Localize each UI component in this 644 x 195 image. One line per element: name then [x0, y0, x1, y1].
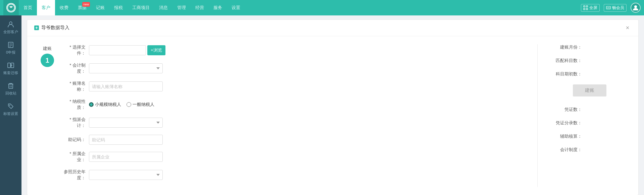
fullscreen-button[interactable]: 全屏	[581, 4, 600, 12]
info-voucher: 凭证数：	[554, 107, 625, 113]
file-label: * 选择文件：	[62, 44, 89, 56]
browse-button[interactable]: +浏览	[147, 45, 165, 55]
section-divider	[537, 44, 538, 187]
nav-item-service[interactable]: 服务	[209, 0, 227, 15]
panel-close-button[interactable]: ×	[624, 24, 632, 32]
accounting2-label: 会计制度：	[554, 147, 585, 153]
user-avatar[interactable]	[631, 3, 641, 13]
nav-item-manage[interactable]: 管理	[172, 0, 191, 15]
info-match: 匹配科目数：	[554, 58, 625, 64]
ledger-input[interactable]	[89, 81, 163, 91]
svg-rect-12	[8, 63, 10, 68]
info-month: 建账月份：	[554, 44, 625, 50]
build-button-container: 建账	[554, 84, 625, 96]
ledger-label: * 账簿名称：	[62, 80, 89, 92]
company-input[interactable]	[89, 152, 163, 162]
panel-header: 导爷数据导入 ×	[27, 20, 638, 36]
info-initial: 科目期初数：	[554, 71, 625, 77]
tax-label: * 纳税性质：	[62, 99, 89, 111]
company-group: * 所属企业：	[62, 151, 531, 163]
nav-item-home[interactable]: 首页	[19, 0, 37, 15]
info-voucher-entries: 凭证分录数：	[554, 120, 625, 126]
panel-body: 建账 1 * 选择文件： +浏览	[27, 36, 638, 195]
tax-radio-general[interactable]	[127, 102, 131, 107]
accounting-select[interactable]	[89, 63, 163, 73]
svg-rect-2	[586, 6, 588, 7]
nav-item-business[interactable]: 工商项目	[128, 0, 154, 15]
sidebar-item-tag[interactable]: 标签设置	[0, 100, 21, 119]
user-icon	[7, 21, 14, 28]
nav-item-customer[interactable]: 客户	[37, 0, 55, 15]
avatar-icon	[633, 5, 639, 11]
info-accounting2: 会计制度：	[554, 147, 625, 153]
vip-icon	[606, 5, 611, 10]
sidebar-item-migrate[interactable]: 账套迁移	[0, 59, 21, 78]
vip-button[interactable]: 畅会员	[604, 4, 627, 12]
tax-option-small[interactable]: 小规模纳税人	[89, 102, 121, 108]
main-layout: 全部客户 0申报 账套迁移	[0, 15, 644, 195]
info-area: 建账月份： 匹配科目数： 科目期初数： 建账	[544, 44, 625, 187]
memo-group: 助记码：	[62, 135, 531, 145]
assign-group: * 指派会计：	[62, 117, 531, 129]
form-area: * 选择文件： +浏览 * 会计制度：	[62, 44, 531, 187]
svg-rect-4	[586, 8, 588, 10]
nav-item-settings[interactable]: 设置	[227, 0, 245, 15]
history-group: 参照历史年度：	[62, 169, 531, 181]
svg-point-7	[9, 22, 12, 24]
info-aux: 辅助核算：	[554, 133, 625, 139]
memo-input[interactable]	[89, 135, 163, 145]
tax-radio-small[interactable]	[89, 102, 94, 107]
svg-point-17	[9, 105, 10, 106]
aux-label: 辅助核算：	[554, 133, 585, 139]
nav-item-tax[interactable]: 报税	[109, 0, 128, 15]
sidebar-item-declare[interactable]: 0申报	[0, 39, 21, 58]
assign-label: * 指派会计：	[62, 117, 89, 129]
step-indicator: 建账 1	[41, 44, 62, 187]
build-button[interactable]: 建账	[573, 84, 606, 96]
nav-menu: 首页 客户 收费 票据 new 记账 报税 工商项目 消息 管理 经营 服务 设…	[19, 0, 581, 15]
app-logo	[3, 0, 19, 15]
main-content: 导爷数据导入 × 建账 1	[21, 15, 644, 195]
nav-item-bookkeeping[interactable]: 记账	[91, 0, 109, 15]
nav-right-area: 全屏 畅会员	[581, 3, 641, 13]
svg-rect-1	[584, 6, 585, 7]
file-input[interactable]	[89, 45, 146, 55]
panel-title: 导爷数据导入	[34, 25, 69, 31]
voucher-label: 凭证数：	[554, 107, 585, 113]
nav-item-ticket[interactable]: 票据 new	[73, 0, 91, 15]
fullscreen-icon	[583, 5, 588, 10]
svg-rect-5	[606, 6, 610, 9]
nav-item-billing[interactable]: 收费	[55, 0, 73, 15]
sidebar: 全部客户 0申报 账套迁移	[0, 15, 21, 195]
svg-rect-14	[9, 84, 13, 88]
history-select[interactable]	[89, 170, 163, 180]
voucher-entries-label: 凭证分录数：	[554, 120, 585, 126]
svg-rect-8	[8, 42, 13, 48]
file-input-wrapper: +浏览	[89, 45, 165, 55]
month-label: 建账月份：	[554, 44, 585, 50]
assign-select[interactable]	[89, 118, 163, 128]
company-label: * 所属企业：	[62, 151, 89, 163]
tax-group: * 纳税性质： 小规模纳税人 一般纳税人	[62, 99, 531, 111]
nav-item-operation[interactable]: 经营	[191, 0, 209, 15]
nav-item-message[interactable]: 消息	[154, 0, 172, 15]
logo-icon	[6, 3, 16, 12]
new-badge: new	[82, 2, 90, 7]
migrate-icon	[7, 62, 14, 69]
svg-point-6	[634, 5, 637, 8]
tax-option-general[interactable]: 一般纳税人	[127, 102, 154, 108]
tax-radio-group: 小规模纳税人 一般纳税人	[89, 102, 154, 108]
svg-rect-3	[584, 8, 585, 10]
memo-label: 助记码：	[62, 137, 89, 143]
ledger-group: * 账簿名称：	[62, 80, 531, 92]
step-label: 建账	[43, 46, 52, 52]
match-label: 匹配科目数：	[554, 58, 585, 64]
sidebar-item-all-customers[interactable]: 全部客户	[0, 18, 21, 37]
import-panel: 导爷数据导入 × 建账 1	[27, 19, 639, 195]
sidebar-item-trash[interactable]: 回收站	[0, 79, 21, 99]
initial-label: 科目期初数：	[554, 71, 585, 77]
step-circle: 1	[41, 54, 54, 67]
accounting-group: * 会计制度：	[62, 62, 531, 74]
import-icon	[34, 25, 39, 30]
svg-rect-13	[11, 63, 14, 68]
